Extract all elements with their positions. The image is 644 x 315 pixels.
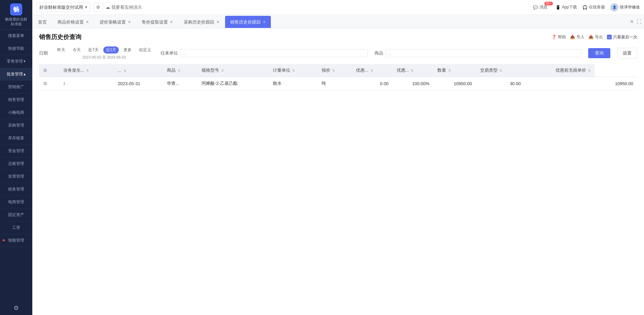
sidebar-item-invoice[interactable]: 发票管理 — [0, 170, 32, 183]
date-pill-today[interactable]: 今天 — [70, 46, 83, 54]
sidebar-item-ecommerce[interactable]: 小畅电商 — [0, 106, 32, 119]
sidebar-item-fixed-assets[interactable]: 固定资产 — [0, 209, 32, 221]
sort-arrows-quantity: ⇅ — [448, 69, 451, 72]
sidebar-item-ec-mgmt[interactable]: 电商管理 — [0, 196, 32, 209]
col-extra[interactable]: ... ⇅ — [114, 64, 163, 77]
date-pill-7days[interactable]: 近7天 — [85, 46, 101, 54]
col-date[interactable]: 业务发生... ⇅ — [59, 64, 114, 77]
date-pill-1month[interactable]: 近1月 — [103, 46, 119, 54]
sidebar-item-marketing[interactable]: 营销推广 — [0, 81, 32, 94]
only-last-checkbox[interactable]: ✓ 只看最后一次 — [607, 34, 637, 40]
topbar-settings-btn[interactable]: ⚙ — [94, 3, 103, 12]
col-discount2[interactable]: 优惠... ⇅ — [393, 64, 434, 77]
settings-icon: ⚙ — [96, 5, 100, 10]
query-button[interactable]: 查询 — [588, 48, 610, 58]
sort-arrows-date: ⇅ — [86, 69, 89, 72]
sort-arrows-pretax: ⇅ — [588, 69, 591, 72]
online-service-btn[interactable]: 🎧 在线客服 — [582, 4, 605, 10]
topbar: 好业财标准版交付试用 ▼ ⚙ ☁ 我要看实例演示 💬 消息 99+ 📱 App下… — [32, 0, 644, 15]
content-area: 销售历史价查询 ❓ 帮助 📥 导入 📤 导出 ✓ — [32, 28, 644, 315]
table-body: ⚙ 1 2023-05-31 华查... 丙烯酸-2-乙基己酯 散水 吨 0.0… — [39, 77, 637, 90]
sidebar-item-ledger[interactable]: 总账管理 — [0, 158, 32, 170]
sales-history-table: ⚙ 业务发生... ⇅ ... ⇅ 商品 ⇅ — [39, 64, 637, 90]
col-quantity[interactable]: 数量 ⇅ — [433, 64, 476, 77]
col-pretax-price[interactable]: 优惠前无税单价 ⇅ — [525, 64, 595, 77]
tab-product-price-label: 商品价格设置 — [58, 19, 84, 25]
tab-home-label: 首页 — [38, 19, 47, 25]
tab-purchase-price-label: 进价策略设置 — [100, 19, 126, 25]
headset-icon: 🎧 — [582, 5, 587, 10]
demo-link-text: 我要看实例演示 — [111, 4, 142, 10]
import-btn[interactable]: 📥 导入 — [570, 34, 584, 40]
col-price[interactable]: 报价 ⇅ — [318, 64, 352, 77]
message-icon: 💬 — [533, 5, 538, 10]
date-pill-custom[interactable]: 自定义 — [136, 46, 154, 54]
demo-link[interactable]: ☁ 我要看实例演示 — [106, 4, 142, 10]
sidebar-item-purchase-mgmt[interactable]: 采购管理 — [0, 119, 32, 132]
tab-home[interactable]: 首页 — [33, 16, 52, 28]
app-download-btn[interactable]: 📱 App下载 — [556, 4, 577, 10]
demo-cloud-icon: ☁ — [106, 5, 110, 10]
tab-purchase-history-close[interactable]: ✕ — [216, 20, 219, 24]
cell-extra: 华查... — [163, 77, 198, 90]
export-label: 导出 — [595, 34, 603, 40]
tab-sales-history-close[interactable]: ✕ — [263, 20, 266, 24]
tab-product-price[interactable]: 商品价格设置 ✕ — [52, 16, 94, 28]
sidebar-settings-icon[interactable]: ⚙ — [13, 304, 19, 312]
tab-purchase-history[interactable]: 采购历史价跟踪 ✕ — [179, 16, 224, 28]
sidebar-item-inventory[interactable]: 库存核算 — [0, 132, 32, 145]
sidebar-item-search-menu[interactable]: 搜索菜单 — [0, 30, 32, 42]
date-filters: 昨天 今天 近7天 近1月 更多 自定义 2023-05-02 至 2023-0… — [55, 46, 154, 60]
export-btn[interactable]: 📤 导出 — [588, 34, 603, 40]
close-window-btn[interactable]: ✕ — [630, 19, 634, 24]
cell-discount2: 10950.00 — [433, 77, 476, 90]
col-spec[interactable]: 规格型号 ⇅ — [198, 64, 269, 77]
sidebar-item-retail-mgmt[interactable]: 零售管理 ▾ — [0, 55, 32, 68]
date-pill-yesterday[interactable]: 昨天 — [55, 46, 68, 54]
tab-sales-history[interactable]: 销售历史价跟踪 ✕ — [225, 16, 271, 28]
customer-input-group[interactable]: ... — [180, 49, 367, 57]
app-download-icon: 📱 — [556, 5, 561, 10]
tab-price-extract[interactable]: 售价提取设置 ✕ — [137, 16, 178, 28]
topbar-right: 💬 消息 99+ 📱 App下载 🎧 在线客服 👤 徐泽华修改 — [530, 3, 640, 11]
sidebar-item-quick-nav[interactable]: 快捷导航 — [0, 42, 32, 55]
topbar-left: 好业财标准版交付试用 ▼ ⚙ ☁ 我要看实例演示 — [36, 3, 528, 12]
date-pill-more[interactable]: 更多 — [121, 46, 134, 54]
col-product[interactable]: 商品 ⇅ — [163, 64, 198, 77]
tab-purchase-price[interactable]: 进价策略设置 ✕ — [95, 16, 136, 28]
sidebar-item-sales-mgmt[interactable]: 销售管理 — [0, 94, 32, 106]
col-unit[interactable]: 计量单位 ⇅ — [269, 64, 318, 77]
product-input-group[interactable]: ... — [385, 49, 581, 57]
sidebar-item-wholesale-mgmt[interactable]: 批发管理 ▴ — [0, 68, 32, 81]
tab-price-extract-close[interactable]: ✕ — [170, 20, 173, 24]
user-name: 徐泽华修改 — [620, 4, 640, 10]
sidebar-item-smart-mgmt[interactable]: 智能管理 — [0, 234, 32, 247]
only-last-checkbox-box: ✓ — [607, 35, 612, 39]
help-icon: ❓ — [551, 35, 557, 39]
app-download-label: App下载 — [562, 4, 577, 10]
tabbar-actions: ✕ ⛶ — [627, 15, 644, 28]
tab-purchase-price-close[interactable]: ✕ — [128, 20, 131, 24]
module-selector[interactable]: 好业财标准版交付试用 ▼ — [36, 3, 91, 12]
maximize-window-btn[interactable]: ⛶ — [637, 19, 641, 24]
help-btn[interactable]: ❓ 帮助 — [551, 34, 566, 40]
expand-icon: ▾ — [24, 59, 26, 64]
product-filter-label: 商品 — [374, 50, 383, 56]
only-last-label: 只看最后一次 — [613, 34, 637, 40]
sidebar-item-finance[interactable]: 资金管理 — [0, 145, 32, 158]
user-info[interactable]: 👤 徐泽华修改 — [610, 3, 640, 11]
tab-price-extract-label: 售价提取设置 — [142, 19, 168, 25]
tab-product-price-close[interactable]: ✕ — [86, 20, 89, 24]
date-filter-label: 日期 — [39, 50, 48, 56]
sidebar-item-tax[interactable]: 税务管理 — [0, 183, 32, 196]
message-btn[interactable]: 💬 消息 99+ — [530, 4, 550, 10]
setting-button[interactable]: 设置 — [617, 48, 637, 59]
module-selector-label: 好业财标准版交付试用 — [39, 4, 83, 10]
sidebar-item-salary[interactable]: 工资 — [0, 221, 32, 234]
export-icon: 📤 — [588, 35, 594, 39]
tabbar: 首页 商品价格设置 ✕ 进价策略设置 ✕ 售价提取设置 ✕ 采购历史价跟踪 ✕ … — [32, 15, 644, 28]
col-discount1[interactable]: 优惠... ⇅ — [352, 64, 392, 77]
sort-arrows-product: ⇅ — [178, 69, 180, 72]
expand-icon: ▴ — [24, 72, 26, 76]
col-trade-type[interactable]: 交易类型 ⇅ — [476, 64, 525, 77]
